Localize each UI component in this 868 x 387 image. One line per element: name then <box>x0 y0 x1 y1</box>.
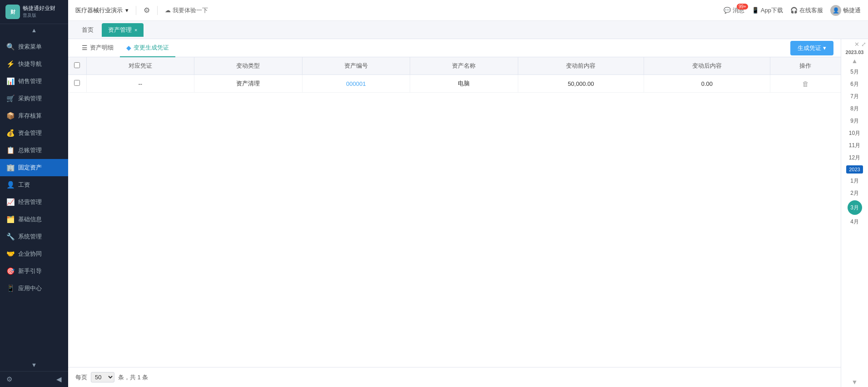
sidebar-item-guide[interactable]: 🎯 新手引导 <box>0 263 68 280</box>
th-asset-code: 资产编号 <box>302 57 410 75</box>
topbar: 医疗器械行业演示 ▾ ⚙ ☁ 我要体验一下 💬 消息 99+ 📱 App下载 🎧… <box>68 0 868 21</box>
sidebar-item-basic-info[interactable]: 🗂️ 基础信息 <box>0 211 68 228</box>
experience-button[interactable]: ☁ 我要体验一下 <box>165 6 208 15</box>
notification-button[interactable]: 💬 消息 99+ <box>724 6 744 15</box>
rp-year-2023[interactable]: 2023 <box>846 165 863 174</box>
tab-change-voucher[interactable]: ◆ 变更生成凭证 <box>120 39 175 57</box>
inventory-icon: 📦 <box>6 112 15 120</box>
close-panel-icon[interactable]: ✕ <box>854 41 859 48</box>
delete-row-icon[interactable]: 🗑 <box>802 80 809 88</box>
rp-month-6[interactable]: 6月 <box>841 78 868 90</box>
sidebar-item-inventory[interactable]: 📦 库存核算 <box>0 107 68 124</box>
sidebar-item-label: 系统管理 <box>18 233 42 241</box>
expand-panel-icon[interactable]: ⤢ <box>861 41 866 48</box>
tab-active-label: 资产管理 <box>108 26 132 34</box>
sidebar-scroll-down[interactable]: ▼ <box>0 359 68 371</box>
row-asset-code: 000001 <box>302 75 410 93</box>
diamond-icon: ◆ <box>126 44 131 51</box>
rp-month-5[interactable]: 5月 <box>841 66 868 78</box>
list-icon: ☰ <box>82 44 88 51</box>
sidebar-item-funds[interactable]: 💰 资金管理 <box>0 124 68 142</box>
app-download-button[interactable]: 📱 App下载 <box>752 6 783 15</box>
settings-icon[interactable]: ⚙ <box>6 375 12 383</box>
sidebar-nav: 🔍 搜索菜单 ⚡ 快捷导航 📊 销售管理 🛒 采购管理 📦 库存核算 💰 资金管… <box>0 36 68 359</box>
tab-close-icon[interactable]: × <box>134 27 137 33</box>
table-header-row: 对应凭证 变动类型 资产编号 资产名称 变动前内容 变动后内容 操作 <box>68 57 841 75</box>
sidebar-item-label: 工资 <box>18 181 30 189</box>
rp-month-9[interactable]: 9月 <box>841 115 868 127</box>
sidebar-scroll-up[interactable]: ▲ <box>0 24 68 36</box>
page-content: ☰ 资产明细 ◆ 变更生成凭证 生成凭证 ▾ <box>68 39 841 387</box>
th-asset-name: 资产名称 <box>410 57 518 75</box>
row-operation: 🗑 <box>770 75 841 93</box>
inner-tab2-label: 变更生成凭证 <box>134 44 169 52</box>
tab-home[interactable]: 首页 <box>75 23 100 37</box>
sidebar-item-purchase[interactable]: 🛒 采购管理 <box>0 90 68 107</box>
rp-month-1[interactable]: 1月 <box>841 175 868 187</box>
notification-badge: 99+ <box>737 4 748 10</box>
row-checkbox-cell <box>68 75 86 93</box>
asset-code-link[interactable]: 000001 <box>346 80 366 87</box>
mobile-icon: 📱 <box>752 7 759 14</box>
sidebar-item-app-center[interactable]: 📱 应用中心 <box>0 280 68 297</box>
rp-month-10[interactable]: 10月 <box>841 127 868 139</box>
tab-home-label: 首页 <box>82 26 94 33</box>
user-menu[interactable]: 👤 畅捷通 <box>830 5 861 16</box>
rp-month-4[interactable]: 4月 <box>841 216 868 228</box>
fixed-assets-icon: 🏢 <box>6 164 15 172</box>
app-name: 畅捷通好业财 <box>23 5 55 12</box>
topbar-divider2 <box>157 6 158 15</box>
tab-asset-management[interactable]: 资产管理 × <box>102 23 144 37</box>
rp-month-11[interactable]: 11月 <box>841 139 868 152</box>
sidebar-item-label: 新手引导 <box>18 267 42 275</box>
select-all-checkbox[interactable] <box>74 62 80 68</box>
rp-month-8[interactable]: 8月 <box>841 103 868 115</box>
sidebar-item-label: 经营管理 <box>18 198 42 206</box>
right-panel-header: ✕ ⤢ <box>841 39 868 48</box>
sidebar-item-label: 搜索菜单 <box>18 43 42 51</box>
ledger-icon: 📋 <box>6 146 15 154</box>
user-name: 畅捷通 <box>843 6 861 15</box>
customer-service-button[interactable]: 🎧 在线客服 <box>790 6 823 15</box>
customer-service-label: 在线客服 <box>799 6 823 15</box>
sidebar-item-system[interactable]: 🔧 系统管理 <box>0 228 68 245</box>
rp-scroll-down-icon[interactable]: ▼ <box>852 377 858 387</box>
row-asset-name: 电脑 <box>410 75 518 93</box>
sidebar-item-label: 总账管理 <box>18 146 42 154</box>
app-download-label: App下载 <box>761 6 783 15</box>
rp-month-2[interactable]: 2月 <box>841 187 868 199</box>
app-edition: 普及版 <box>23 12 55 19</box>
quick-nav-icon: ⚡ <box>6 60 15 68</box>
tab-asset-detail[interactable]: ☰ 资产明细 <box>75 39 120 57</box>
th-before-change: 变动前内容 <box>518 57 644 75</box>
company-selector[interactable]: 医疗器械行业演示 ▾ <box>75 6 129 15</box>
app-logo: 财 畅捷通好业财 普及版 <box>0 0 68 24</box>
tabbar: 首页 资产管理 × <box>68 21 868 39</box>
per-page-select[interactable]: 50 10 20 100 <box>91 372 114 382</box>
per-page-label: 每页 <box>75 373 87 382</box>
sidebar-item-label: 快捷导航 <box>18 60 42 68</box>
collapse-sidebar-icon[interactable]: ◀ <box>56 375 62 383</box>
rp-month-3-active[interactable]: 3月 <box>848 200 862 215</box>
sidebar-item-payroll[interactable]: 👤 工资 <box>0 176 68 194</box>
experience-label: 我要体验一下 <box>173 6 208 15</box>
sidebar-item-cooperation[interactable]: 🤝 企业协同 <box>0 245 68 263</box>
rp-month-7[interactable]: 7月 <box>841 90 868 103</box>
row-checkbox[interactable] <box>74 80 80 86</box>
sidebar-item-label: 基础信息 <box>18 215 42 223</box>
sidebar-item-fixed-assets[interactable]: 🏢 固定资产 <box>0 159 68 176</box>
cloud-icon: ☁ <box>165 7 171 14</box>
sidebar-item-sales[interactable]: 📊 销售管理 <box>0 73 68 90</box>
notification-icon: 💬 <box>724 7 731 14</box>
sidebar-item-quick-nav[interactable]: ⚡ 快捷导航 <box>0 55 68 73</box>
total-count-label: 条，共 1 条 <box>118 373 148 382</box>
sidebar-item-operations[interactable]: 📈 经营管理 <box>0 194 68 211</box>
sidebar-item-label: 应用中心 <box>18 284 42 293</box>
rp-scroll-up-icon[interactable]: ▲ <box>852 56 858 66</box>
rp-month-12[interactable]: 12月 <box>841 152 868 164</box>
sidebar-item-search[interactable]: 🔍 搜索菜单 <box>0 38 68 55</box>
sidebar-item-label: 资金管理 <box>18 129 42 137</box>
sidebar-item-ledger[interactable]: 📋 总账管理 <box>0 142 68 159</box>
generate-voucher-button[interactable]: 生成凭证 ▾ <box>790 41 833 55</box>
settings-gear-icon[interactable]: ⚙ <box>144 6 150 15</box>
